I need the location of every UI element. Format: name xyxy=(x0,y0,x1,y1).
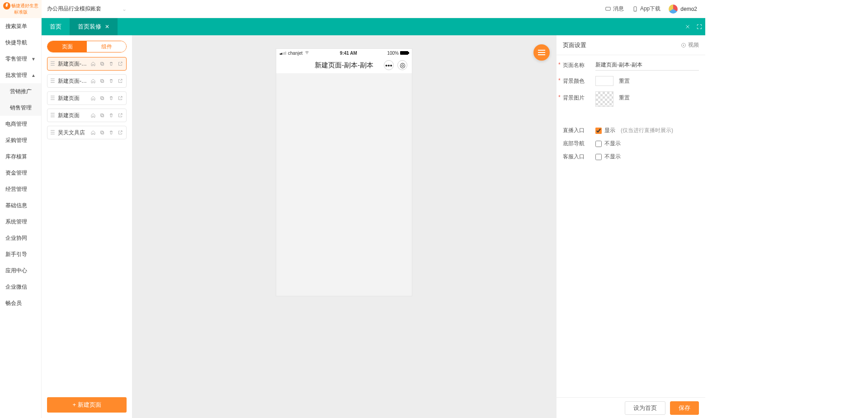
page-item-name: 新建页面 xyxy=(58,95,87,102)
copy-icon[interactable] xyxy=(99,129,105,136)
live-hint: (仅当进行直播时展示) xyxy=(621,127,673,134)
drag-handle-icon[interactable]: ☰ xyxy=(50,78,55,84)
sidebar-item[interactable]: 批发管理▲ xyxy=(0,67,41,83)
new-page-button[interactable]: + 新建页面 xyxy=(47,397,127,413)
tab[interactable]: 首页 xyxy=(42,18,70,35)
sidebar-item-label: 应用中心 xyxy=(5,267,27,275)
messages-button[interactable]: 消息 xyxy=(605,5,624,13)
sidebar-item[interactable]: 经营管理 xyxy=(0,181,41,197)
caret-down-icon: ▼ xyxy=(31,57,36,62)
sidebar-item-label: 搜索菜单 xyxy=(5,23,27,30)
share-icon[interactable] xyxy=(117,95,123,101)
sidebar-item[interactable]: 搜索菜单 xyxy=(0,18,41,34)
sidebar-item[interactable]: 企业协同 xyxy=(0,230,41,246)
live-show-checkbox[interactable]: 显示 xyxy=(595,127,615,134)
home-icon[interactable] xyxy=(90,112,96,119)
svg-rect-5 xyxy=(101,80,104,82)
user-menu[interactable]: demo2 xyxy=(669,5,697,14)
page-list-item[interactable]: ☰昊天文具店 xyxy=(47,126,127,139)
page-list-item[interactable]: ☰新建页面 xyxy=(47,109,127,122)
copy-icon[interactable] xyxy=(99,61,105,67)
sidebar-item[interactable]: 资金管理 xyxy=(0,165,41,181)
close-icon[interactable]: ✕ xyxy=(105,24,109,30)
delete-icon[interactable] xyxy=(108,78,114,84)
live-entry-label: 直播入口 xyxy=(563,127,590,134)
drag-handle-icon[interactable]: ☰ xyxy=(50,95,55,101)
bg-image-reset-button[interactable]: 重置 xyxy=(619,91,630,102)
username: demo2 xyxy=(680,6,697,12)
seg-component-button[interactable]: 组件 xyxy=(87,41,126,52)
sidebar-item[interactable]: 电商管理 xyxy=(0,116,41,132)
share-icon[interactable] xyxy=(117,61,123,67)
save-button[interactable]: 保存 xyxy=(670,401,699,415)
brand-edition: 标准版 xyxy=(14,9,28,15)
page-name-input[interactable] xyxy=(595,60,699,71)
sidebar-item-label: 企业微信 xyxy=(5,283,27,291)
copy-icon[interactable] xyxy=(99,95,105,101)
svg-rect-8 xyxy=(101,114,104,117)
bg-color-swatch[interactable] xyxy=(595,76,613,86)
bg-color-reset-button[interactable]: 重置 xyxy=(619,77,630,85)
messages-label: 消息 xyxy=(613,5,624,13)
tab-close-all-button[interactable] xyxy=(682,18,693,35)
sidebar-item[interactable]: 畅会员 xyxy=(0,295,41,311)
sidebar-item[interactable]: 应用中心 xyxy=(0,262,41,279)
sidebar-item[interactable]: 快捷导航 xyxy=(0,34,41,51)
sidebar-item[interactable]: 系统管理 xyxy=(0,214,41,230)
account-selector[interactable]: 办公用品行业模拟账套 ⌄ xyxy=(42,0,132,18)
drag-handle-icon[interactable]: ☰ xyxy=(50,112,55,119)
sidebar-item[interactable]: 基础信息 xyxy=(0,197,41,214)
svg-rect-6 xyxy=(101,97,104,100)
home-icon[interactable] xyxy=(90,78,96,84)
sidebar-item[interactable]: 企业微信 xyxy=(0,279,41,295)
app-download-button[interactable]: App下载 xyxy=(632,5,660,13)
tab[interactable]: 首页装修✕ xyxy=(70,18,118,35)
caret-up-icon: ▲ xyxy=(31,73,36,78)
video-help-button[interactable]: 视频 xyxy=(681,41,699,49)
sidebar-item[interactable]: 营销推广 xyxy=(0,83,41,100)
bg-image-swatch[interactable] xyxy=(595,91,613,107)
sidebar: 搜索菜单快捷导航零售管理▼批发管理▲营销推广销售管理电商管理采购管理库存核算资金… xyxy=(0,18,42,418)
bottomnav-checkbox[interactable]: 不显示 xyxy=(595,140,621,147)
phone-body[interactable] xyxy=(276,73,412,296)
sidebar-item-label: 销售管理 xyxy=(10,104,32,112)
sidebar-item[interactable]: 零售管理▼ xyxy=(0,51,41,67)
phone-preview: chanjet 9:41 AM 100% 新建页面-副本-副本 xyxy=(276,49,412,296)
page-list-item[interactable]: ☰新建页面-副本-... xyxy=(47,57,127,71)
svg-rect-2 xyxy=(101,63,104,66)
delete-icon[interactable] xyxy=(108,95,114,101)
sidebar-item[interactable]: 销售管理 xyxy=(0,100,41,116)
sidebar-item[interactable]: 采购管理 xyxy=(0,132,41,148)
page-list-item[interactable]: ☰新建页面-副本 xyxy=(47,74,127,88)
signal-icon xyxy=(280,52,286,55)
fullscreen-button[interactable] xyxy=(693,18,705,35)
delete-icon[interactable] xyxy=(108,112,114,119)
copy-icon[interactable] xyxy=(99,78,105,84)
page-list-item[interactable]: ☰新建页面 xyxy=(47,91,127,105)
set-home-button[interactable]: 设为首页 xyxy=(625,401,665,415)
home-icon[interactable] xyxy=(90,61,96,67)
account-selector-label: 办公用品行业模拟账套 xyxy=(47,5,101,13)
brand-name: 畅捷通好生意 xyxy=(11,3,38,9)
carrier-label: chanjet xyxy=(288,51,302,56)
delete-icon[interactable] xyxy=(108,61,114,67)
sidebar-item-label: 企业协同 xyxy=(5,234,27,242)
share-icon[interactable] xyxy=(117,112,123,119)
share-icon[interactable] xyxy=(117,78,123,84)
drag-handle-icon[interactable]: ☰ xyxy=(50,129,55,136)
sidebar-item[interactable]: 库存核算 xyxy=(0,148,41,165)
home-icon[interactable] xyxy=(90,129,96,136)
phone-title-bar: 新建页面-副本-副本 ••• ◎ xyxy=(276,57,412,73)
drag-handle-icon[interactable]: ☰ xyxy=(50,61,55,67)
delete-icon[interactable] xyxy=(108,129,114,136)
service-checkbox[interactable]: 不显示 xyxy=(595,153,621,161)
sidebar-item[interactable]: 新手引导 xyxy=(0,246,41,262)
logo: 畅捷通好生意 标准版 xyxy=(0,0,42,18)
bg-image-label: 背景图片 xyxy=(563,91,590,102)
chevron-down-icon: ⌄ xyxy=(122,6,127,12)
share-icon[interactable] xyxy=(117,129,123,136)
seg-page-button[interactable]: 页面 xyxy=(47,41,87,52)
home-icon[interactable] xyxy=(90,95,96,101)
drawer-toggle-button[interactable] xyxy=(533,44,550,61)
copy-icon[interactable] xyxy=(99,112,105,119)
